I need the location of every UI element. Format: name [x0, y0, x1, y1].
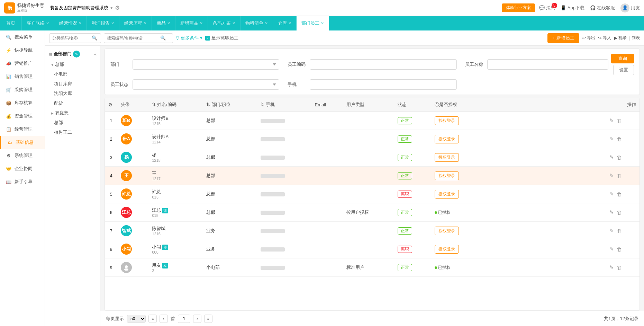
emp-status-select[interactable]	[133, 79, 279, 90]
dept-group-title-shuangtingxiang[interactable]: ▸ 双庭想	[48, 108, 100, 118]
dept-search-input[interactable]	[52, 36, 90, 41]
export-button[interactable]: ↩导出	[582, 35, 595, 41]
first-page-btn[interactable]: «	[148, 315, 157, 323]
close-icon[interactable]: ✕	[79, 21, 82, 26]
tab-history[interactable]: 经营历程 ✕	[119, 16, 152, 30]
close-icon[interactable]: ✕	[232, 21, 235, 26]
online-service-btn[interactable]: 🎧 在线客服	[590, 5, 615, 11]
auth-button[interactable]: 授权登录	[435, 153, 459, 162]
tab-barcode[interactable]: 条码方案 ✕	[208, 16, 241, 30]
add-employee-button[interactable]: + 新增员工	[547, 33, 579, 43]
delete-icon[interactable]: 🗑	[617, 136, 622, 142]
close-icon[interactable]: ✕	[144, 21, 147, 26]
dept-node-xiaodibu[interactable]: 小电部	[48, 69, 100, 79]
auth-button[interactable]: 授权登录	[435, 135, 459, 143]
delete-icon[interactable]: 🗑	[617, 173, 622, 179]
dept-collapse-icon[interactable]: «	[94, 52, 97, 57]
edit-icon[interactable]: ✎	[609, 117, 614, 124]
delete-icon[interactable]: 🗑	[617, 246, 622, 252]
all-dept-header[interactable]: ▦ 全部部门 ✎ «	[45, 49, 100, 60]
auth-button[interactable]: 授权登录	[435, 227, 459, 235]
user-btn[interactable]: 👤 用友	[620, 3, 640, 12]
page-size-select[interactable]: 50 20 100	[127, 315, 146, 323]
sidebar-item-inventory[interactable]: 📦 库存核算	[0, 96, 45, 109]
edit-icon[interactable]: ✎	[609, 154, 614, 160]
print-button[interactable]: |制表	[629, 35, 640, 41]
auth-button[interactable]: 授权登录	[435, 245, 459, 254]
tab-warehouse[interactable]: 仓库 ✕	[273, 16, 297, 30]
phone-input[interactable]	[310, 79, 456, 90]
tab-goods[interactable]: 商品 ✕	[152, 16, 175, 30]
page-number-input[interactable]	[178, 315, 190, 323]
sidebar-item-nav[interactable]: ⚡ 快捷导航	[0, 44, 45, 57]
dept-edit-icon[interactable]: ✎	[73, 51, 80, 58]
last-page-btn[interactable]: »	[204, 315, 212, 323]
dept-select[interactable]	[133, 59, 279, 70]
employee-search-input[interactable]	[107, 36, 159, 41]
dept-group-title-zongbu[interactable]: ▾ 总部	[48, 60, 100, 69]
tab-bom[interactable]: 物料清单 ✕	[241, 16, 273, 30]
settings-icon[interactable]: ⚙	[115, 5, 120, 11]
close-icon[interactable]: ✕	[200, 21, 203, 26]
delete-icon[interactable]: 🗑	[617, 265, 622, 271]
sidebar-item-search[interactable]: 🔍 搜索菜单	[0, 30, 45, 44]
message-btn[interactable]: 💬 消息 5	[539, 5, 555, 11]
auth-button[interactable]: 授权登录	[435, 116, 459, 125]
sidebar-item-sales[interactable]: 📊 销售管理	[0, 70, 45, 83]
sidebar-item-system[interactable]: ⚙ 系统管理	[0, 149, 45, 162]
edit-icon[interactable]: ✎	[609, 228, 614, 234]
try-btn[interactable]: 体验行业方案	[502, 3, 535, 12]
sidebar-item-collab[interactable]: 🤝 企业协同	[0, 162, 45, 175]
tab-profit[interactable]: 利润报告 ✕	[87, 16, 119, 30]
view-button[interactable]: ▶视录	[614, 35, 627, 41]
dept-node-zongbu2[interactable]: 总部	[48, 118, 100, 127]
sidebar-item-guide[interactable]: 📖 新手引导	[0, 175, 45, 188]
set-button[interactable]: 设置	[613, 65, 634, 75]
tab-operation[interactable]: 经营情况 ✕	[54, 16, 87, 30]
tab-home[interactable]: 首页	[0, 16, 22, 30]
close-icon[interactable]: ✕	[111, 21, 114, 26]
tab-customer[interactable]: 客户联络 ✕	[22, 16, 54, 30]
edit-icon[interactable]: ✎	[609, 264, 614, 271]
app-download-btn[interactable]: 📱 App下载	[561, 5, 584, 11]
auth-button[interactable]: 授权登录	[435, 171, 459, 180]
tab-addgoods[interactable]: 新增商品 ✕	[175, 16, 208, 30]
dept-node-peihuo[interactable]: 配货	[48, 98, 100, 108]
tab-department[interactable]: 部门员工 ✕	[297, 16, 329, 30]
edit-icon[interactable]: ✎	[609, 246, 614, 252]
emp-name-input[interactable]	[487, 59, 608, 70]
col-phone[interactable]: ⇅ 手机	[257, 98, 311, 112]
prev-page-btn[interactable]: ‹	[160, 315, 168, 323]
sidebar-item-basic[interactable]: 🗂 基础信息	[0, 136, 45, 149]
dept-node-xiangmukufang[interactable]: 项目库房	[48, 79, 100, 89]
import-button[interactable]: ↪导入	[598, 35, 611, 41]
edit-icon[interactable]: ✎	[609, 173, 614, 179]
show-inactive-checkbox[interactable]: ✓ 显示离职员工	[205, 35, 238, 41]
auth-button[interactable]: 授权登录	[435, 190, 459, 199]
sidebar-item-management[interactable]: 📋 经营管理	[0, 123, 45, 136]
col-settings[interactable]: ⚙	[105, 98, 117, 112]
close-icon[interactable]: ✕	[167, 21, 170, 26]
close-icon[interactable]: ✕	[321, 21, 324, 26]
col-dept[interactable]: ⇅ 部门/职位	[203, 98, 257, 112]
delete-icon[interactable]: 🗑	[617, 155, 622, 160]
close-icon[interactable]: ✕	[288, 21, 291, 26]
sidebar-item-finance[interactable]: 💰 资金管理	[0, 109, 45, 123]
delete-icon[interactable]: 🗑	[617, 228, 622, 234]
delete-icon[interactable]: 🗑	[617, 210, 622, 215]
edit-icon[interactable]: ✎	[609, 191, 614, 197]
dropdown-arrow-icon[interactable]: ▾	[110, 5, 113, 10]
more-filter-btn[interactable]: ▽ 更多条件 ▾	[176, 35, 202, 41]
sidebar-item-purchase[interactable]: 🛒 采购管理	[0, 83, 45, 96]
dept-node-shenyangdaku[interactable]: 沈阳大库	[48, 89, 100, 98]
next-page-btn[interactable]: ›	[193, 315, 201, 323]
edit-icon[interactable]: ✎	[609, 136, 614, 142]
emp-code-input[interactable]	[310, 59, 456, 70]
close-icon[interactable]: ✕	[265, 21, 268, 26]
delete-icon[interactable]: 🗑	[617, 118, 622, 124]
col-name[interactable]: ⇅ 姓名/编码	[148, 98, 203, 112]
dept-node-zhishuwanger[interactable]: 植树王二	[48, 127, 100, 137]
edit-icon[interactable]: ✎	[609, 209, 614, 215]
query-button[interactable]: 查询	[611, 54, 634, 63]
delete-icon[interactable]: 🗑	[617, 191, 622, 197]
